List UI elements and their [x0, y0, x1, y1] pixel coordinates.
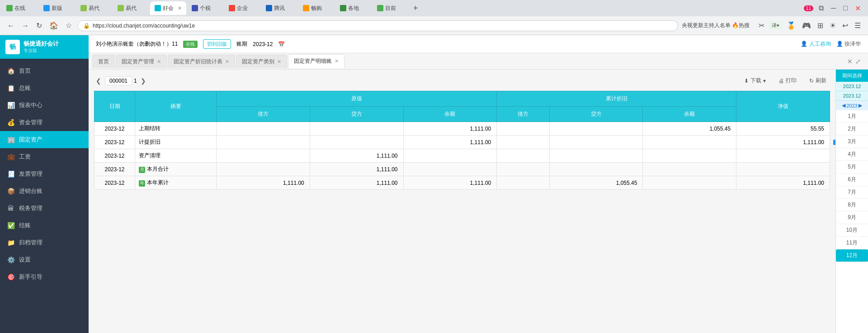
sidebar-item-archive[interactable]: 📁 归档管理 — [0, 234, 89, 251]
period-month-6[interactable]: 6月 — [836, 174, 868, 186]
period-month-8[interactable]: 8月 — [836, 199, 868, 211]
translate-button[interactable]: 译▾ — [769, 21, 782, 30]
row3-orig-balance — [403, 149, 497, 163]
sidebar-item-purchase-sale[interactable]: 📦 进销台账 — [0, 183, 89, 200]
browser-tab-geshui[interactable]: 个税 — [187, 1, 223, 15]
period-month-1[interactable]: 1月 — [836, 110, 868, 123]
rewards-button[interactable]: 🏅 — [785, 19, 797, 32]
maximize-window-button[interactable]: □ — [841, 2, 849, 14]
download-button[interactable]: ⬇ 下载 ▾ — [741, 75, 769, 86]
minimize-window-button[interactable]: ─ — [829, 2, 838, 14]
archive-icon: 📁 — [7, 239, 14, 246]
switch-version-button[interactable]: 切到旧版 — [203, 39, 231, 49]
brightness-button[interactable]: ☀ — [828, 19, 838, 32]
row3-accum-debit — [497, 149, 549, 163]
browser-tab-tengxun[interactable]: 腾讯 — [261, 1, 297, 15]
sidebar-item-funds[interactable]: 💰 资金管理 — [0, 114, 89, 131]
browser-tab-chang[interactable]: 畅购 — [298, 1, 335, 15]
close-window-button[interactable]: ✕ — [853, 2, 863, 14]
tab-fixed-assets-category[interactable]: 固定资产类别 ✕ — [236, 55, 287, 68]
period-month-9[interactable]: 9月 — [836, 211, 868, 224]
sidebar-item-settings[interactable]: ⚙️ 设置 — [0, 251, 89, 268]
period-month-2[interactable]: 2月 — [836, 123, 868, 136]
sidebar-item-home[interactable]: 🏠 首页 — [0, 62, 89, 80]
table-row: 2023-12 计提折旧 1,111.00 1,111.00 2023 — [94, 136, 830, 149]
calendar-icon[interactable]: 📅 — [278, 41, 285, 47]
row2-accum-credit — [549, 136, 643, 149]
row5-orig-credit: 1,111.00 — [310, 176, 403, 190]
tab-fixed-assets-ledger[interactable]: 固定资产明细账 ✕ — [288, 54, 344, 68]
next-page-button[interactable]: ❯ — [139, 76, 148, 85]
address-bar: ← → ↻ 🏠 ☆ 🔒 https://cloud.chanjet.com/ac… — [0, 16, 868, 35]
row5-accum-credit: 1,055.45 — [549, 176, 643, 190]
browser-tab-mubiao[interactable]: 目前 — [373, 1, 409, 15]
th-accum-debit: 借方 — [497, 107, 549, 122]
page-input-asset-code[interactable] — [105, 76, 132, 85]
tab-fixed-assets-mgmt[interactable]: 固定资产管理 ✕ — [116, 55, 167, 68]
refresh-button[interactable]: ↻ 刷新 — [806, 75, 830, 86]
period-month-11[interactable]: 11月 — [836, 237, 868, 249]
prev-page-button[interactable]: ❮ — [94, 76, 103, 85]
period-month-10[interactable]: 10月 — [836, 224, 868, 237]
row1-accum-credit — [549, 122, 643, 136]
games-button[interactable]: 🎮 — [800, 19, 813, 32]
new-tab-button[interactable]: + — [410, 4, 422, 13]
period-month-7[interactable]: 7月 — [836, 186, 868, 199]
sidebar-label-fixed-assets: 固定资产 — [19, 136, 42, 144]
sidebar-item-payroll[interactable]: 💼 工资 — [0, 148, 89, 165]
period-month-4[interactable]: 4月 — [836, 148, 868, 161]
guide-icon: 🎯 — [7, 273, 14, 281]
sidebar-item-settlement[interactable]: ✅ 结账 — [0, 217, 89, 234]
sidebar-item-invoice[interactable]: 🧾 发票管理 — [0, 165, 89, 183]
year-badge: 2023 — [833, 140, 835, 145]
user-avatar[interactable]: 👤 徐泽华 — [836, 40, 861, 48]
tab-panel-expand-button[interactable]: ⤢ — [855, 58, 861, 65]
browser-tab-xin[interactable]: 新版 — [39, 1, 75, 15]
tab-close-haohao[interactable]: ✕ — [178, 5, 182, 11]
tab-label-qiye: 企业 — [237, 5, 248, 12]
row1-accum-balance: 1,055.45 — [643, 122, 736, 136]
back-button[interactable]: ← — [5, 20, 16, 32]
browser-tab-gedi[interactable]: 各地 — [335, 1, 372, 15]
forward-button[interactable]: → — [20, 20, 31, 32]
tab-label-geshui: 个税 — [200, 5, 211, 12]
url-input-box[interactable]: 🔒 https://cloud.chanjet.com/accounting/u… — [77, 20, 678, 31]
browser-tab-haohao[interactable]: 好会 ✕ — [150, 1, 186, 15]
tab-fixed-assets-depr-close[interactable]: ✕ — [225, 59, 229, 65]
period-year-next-icon[interactable]: ▶ — [859, 103, 862, 108]
sidebar-item-reports[interactable]: 📊 报表中心 — [0, 97, 89, 114]
browser-tab-qiye[interactable]: 企业 — [224, 1, 260, 15]
history-button[interactable]: ↩ — [840, 19, 850, 32]
notification-badge: 11 — [804, 5, 813, 11]
tab-fixed-assets-category-close[interactable]: ✕ — [277, 59, 281, 65]
restore-window-button[interactable]: ⧉ — [817, 2, 826, 14]
period-month-12[interactable]: 12月 — [836, 249, 868, 262]
browser-tab-yidai1[interactable]: 易代 — [76, 1, 112, 15]
sidebar-item-guide[interactable]: 🎯 新手引导 — [0, 268, 89, 286]
grid-button[interactable]: ⊞ — [816, 19, 825, 32]
period-month-5[interactable]: 5月 — [836, 161, 868, 174]
print-button[interactable]: 🖨 打印 — [775, 75, 800, 86]
home-button[interactable]: 🏠 — [47, 19, 60, 32]
reload-button[interactable]: ↻ — [34, 19, 44, 32]
bookmark-button[interactable]: ☆ — [64, 19, 74, 32]
tab-home[interactable]: 首页 — [92, 55, 115, 68]
customer-service[interactable]: 👤 人工咨询 — [801, 40, 830, 48]
browser-tab-zaixian[interactable]: 在线 — [2, 1, 38, 15]
sidebar-item-tax[interactable]: 🏛 税务管理 — [0, 200, 89, 217]
browser-tab-yidai2[interactable]: 易代 — [113, 1, 149, 15]
sidebar-logo: 畅 — [5, 40, 20, 54]
row4-orig-debit — [217, 163, 310, 176]
period-year[interactable]: ◀ 2023 ▶ — [836, 101, 868, 110]
sidebar-item-fixed-assets[interactable]: 🏢 固定资产 — [0, 131, 89, 148]
tab-fixed-assets-ledger-close[interactable]: ✕ — [335, 58, 339, 64]
sidebar-item-general-ledger[interactable]: 📋 总账 — [0, 80, 89, 97]
tab-panel-close-button[interactable]: ✕ — [847, 58, 853, 65]
menu-button[interactable]: ☰ — [853, 19, 863, 32]
tab-fixed-assets-mgmt-close[interactable]: ✕ — [157, 59, 161, 65]
period-month-3[interactable]: 3月 — [836, 136, 868, 148]
print-icon: 🖨 — [778, 78, 784, 84]
period-year-prev-icon[interactable]: ◀ — [842, 103, 845, 108]
tab-fixed-assets-depr[interactable]: 固定资产折旧统计表 ✕ — [168, 55, 235, 68]
scissors-icon[interactable]: ✂ — [757, 19, 766, 32]
